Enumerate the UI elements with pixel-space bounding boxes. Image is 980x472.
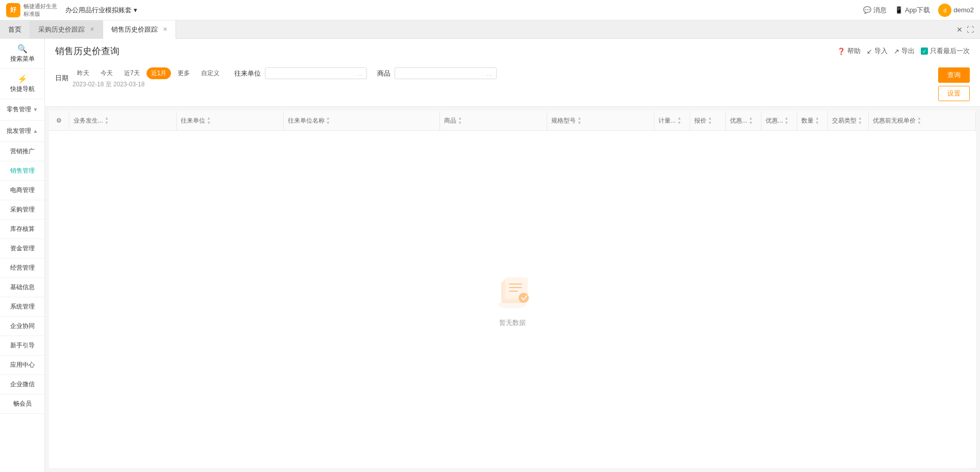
th-qty[interactable]: 数量 ▲▼: [797, 111, 828, 130]
sort-icon-12: ▲▼: [917, 116, 921, 125]
close-tab2-button[interactable]: ✕: [163, 26, 167, 33]
product-input[interactable]: [399, 69, 486, 77]
chevron-up-icon-2: ▲: [33, 128, 38, 134]
sort-icon-2: ▲▼: [207, 116, 211, 125]
th-unit[interactable]: 计量... ▲▼: [654, 111, 690, 130]
sort-icon-6: ▲▼: [677, 116, 681, 125]
sidebar-item-newcomer[interactable]: 新手引导: [0, 336, 44, 356]
query-button[interactable]: 查询: [938, 67, 970, 83]
th-discount1[interactable]: 优惠... ▲▼: [726, 111, 762, 130]
logo-icon: 好: [6, 3, 20, 17]
product-filter: 商品 ...: [377, 67, 497, 79]
sidebar-item-operations[interactable]: 经营管理: [0, 258, 44, 278]
date-btn-more[interactable]: 更多: [173, 67, 194, 79]
sidebar-item-sales[interactable]: 销售管理: [0, 161, 44, 181]
sidebar-item-search[interactable]: 🔍 搜索菜单: [0, 39, 44, 69]
app-selector[interactable]: 办公用品行业模拟账套 ▾: [61, 6, 141, 15]
empty-state: 暂无数据: [49, 131, 976, 468]
table-area: ⚙ 业务发生... ▲▼ 往来单位 ▲▼ 往来单位名称 ▲▼ 商品 ▲▼: [49, 111, 976, 468]
partner-search-dots[interactable]: ...: [357, 69, 363, 77]
content-area: 销售历史价查询 ❓ 帮助 ↙ 导入 ↗ 导出 ✓: [45, 39, 980, 472]
date-range-text: 2023-02-18 至 2023-03-18: [72, 80, 224, 89]
th-business-date[interactable]: 业务发生... ▲▼: [69, 111, 177, 130]
sidebar-item-marketing[interactable]: 营销推广: [0, 142, 44, 161]
th-quoted-price[interactable]: 报价 ▲▼: [690, 111, 726, 130]
message-button[interactable]: 💬 消息: [863, 6, 887, 15]
date-btn-1month[interactable]: 近1月: [146, 67, 172, 79]
page-header: 销售历史价查询 ❓ 帮助 ↙ 导入 ↗ 导出 ✓: [45, 39, 980, 107]
filter-action-buttons: 查询 设置: [938, 67, 970, 101]
empty-illustration: [492, 271, 533, 312]
th-trade-type[interactable]: 交易类型 ▲▼: [828, 111, 869, 130]
user-menu[interactable]: d demo2: [938, 4, 974, 17]
sidebar-item-shortcut[interactable]: ⚡ 快捷导航: [0, 69, 44, 99]
date-btn-today[interactable]: 今天: [96, 67, 117, 79]
tab-purchase-history[interactable]: 采购历史价跟踪 ✕: [30, 20, 103, 39]
sidebar-item-purchase[interactable]: 采购管理: [0, 200, 44, 220]
partner-filter: 往来单位 ...: [234, 67, 367, 79]
sort-icon: ▲▼: [105, 116, 109, 125]
sort-icon-4: ▲▼: [458, 116, 462, 125]
export-button[interactable]: ↗ 导出: [894, 46, 915, 56]
top-header: 好 畅捷通好生意 标准版 办公用品行业模拟账套 ▾ 💬 消息 📱 App下载 d…: [0, 0, 980, 20]
th-partner[interactable]: 往来单位 ▲▼: [177, 111, 284, 130]
partner-input-wrapper[interactable]: ...: [265, 67, 367, 79]
th-pretax-price[interactable]: 优惠前无税单价 ▲▼: [869, 111, 976, 130]
date-buttons: 昨天 今天 近7天 近1月 更多 自定义: [72, 67, 224, 79]
sidebar-item-member[interactable]: 畅会员: [0, 394, 44, 414]
th-gear[interactable]: ⚙: [49, 112, 69, 129]
filter-row: 日期 昨天 今天 近7天 近1月 更多 自定义 2023-02-18 至 202…: [55, 62, 970, 106]
logo-area: 好 畅捷通好生意 标准版: [6, 3, 57, 17]
app-download-button[interactable]: 📱 App下载: [895, 6, 930, 15]
date-btn-7days[interactable]: 近7天: [119, 67, 144, 79]
message-icon: 💬: [863, 6, 871, 14]
sidebar-item-wholesale[interactable]: 批发管理 ▲: [0, 121, 44, 142]
help-button[interactable]: ❓ 帮助: [837, 46, 861, 56]
sort-icon-5: ▲▼: [577, 116, 581, 125]
date-btn-custom[interactable]: 自定义: [197, 67, 224, 79]
shortcut-icon: ⚡: [17, 74, 28, 84]
sidebar-item-retail[interactable]: 零售管理 ▼: [0, 99, 44, 121]
tab-sales-history[interactable]: 销售历史价跟踪 ✕: [103, 20, 176, 39]
sidebar-item-basic[interactable]: 基础信息: [0, 278, 44, 297]
th-spec[interactable]: 规格型号 ▲▼: [547, 111, 654, 130]
window-controls: ✕ ⛶: [950, 26, 980, 34]
date-btn-yesterday[interactable]: 昨天: [72, 67, 94, 79]
sidebar-item-wechat[interactable]: 企业微信: [0, 375, 44, 394]
close-tab1-button[interactable]: ✕: [90, 26, 94, 33]
download-icon: 📱: [895, 6, 903, 14]
date-filter: 日期 昨天 今天 近7天 近1月 更多 自定义 2023-02-18 至 202…: [55, 67, 224, 89]
import-button[interactable]: ↙ 导入: [867, 46, 888, 56]
sort-icon-9: ▲▼: [785, 116, 789, 125]
th-product[interactable]: 商品 ▲▼: [440, 111, 547, 130]
maximize-window-button[interactable]: ⛶: [967, 26, 974, 34]
only-last-checkbox[interactable]: ✓ 只看最后一次: [921, 46, 970, 56]
sidebar-item-appstore[interactable]: 应用中心: [0, 356, 44, 375]
close-window-button[interactable]: ✕: [957, 26, 963, 34]
sidebar-item-inventory[interactable]: 库存核算: [0, 220, 44, 239]
table-header: ⚙ 业务发生... ▲▼ 往来单位 ▲▼ 往来单位名称 ▲▼ 商品 ▲▼: [49, 111, 976, 131]
sidebar-item-enterprise[interactable]: 企业协同: [0, 317, 44, 336]
partner-input[interactable]: [270, 69, 357, 77]
sidebar-item-finance[interactable]: 资金管理: [0, 239, 44, 258]
help-icon: ❓: [837, 48, 845, 55]
sort-icon-8: ▲▼: [749, 116, 753, 125]
th-partner-name[interactable]: 往来单位名称 ▲▼: [284, 111, 440, 130]
empty-text: 暂无数据: [499, 318, 526, 327]
product-input-wrapper[interactable]: ...: [395, 67, 497, 79]
tab-bar: 首页 采购历史价跟踪 ✕ 销售历史价跟踪 ✕ ✕ ⛶: [0, 20, 980, 39]
search-icon: 🔍: [17, 44, 28, 54]
gear-icon: ⚙: [56, 117, 62, 124]
product-search-dots[interactable]: ...: [487, 69, 493, 77]
page-title-row: 销售历史价查询 ❓ 帮助 ↙ 导入 ↗ 导出 ✓: [55, 45, 970, 62]
sidebar-item-system[interactable]: 系统管理: [0, 297, 44, 317]
logo-text: 畅捷通好生意 标准版: [23, 3, 57, 17]
tab-home[interactable]: 首页: [0, 20, 30, 39]
sort-icon-11: ▲▼: [858, 116, 862, 125]
sidebar-item-ecommerce[interactable]: 电商管理: [0, 181, 44, 200]
th-discount2[interactable]: 优惠... ▲▼: [762, 111, 797, 130]
page-actions: ❓ 帮助 ↙ 导入 ↗ 导出 ✓ 只看最后一次: [837, 46, 970, 56]
setting-button[interactable]: 设置: [938, 86, 970, 101]
sort-icon-7: ▲▼: [708, 116, 712, 125]
avatar: d: [938, 4, 951, 17]
